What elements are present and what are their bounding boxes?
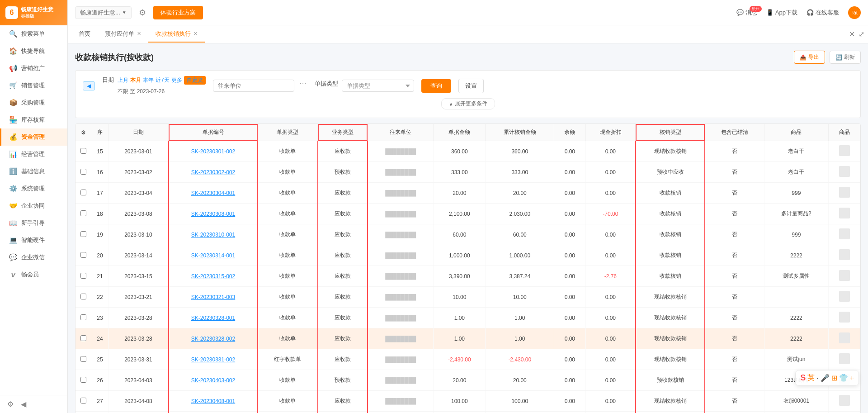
cell-bill-no[interactable]: SK-20230418-001 xyxy=(169,412,257,413)
bill-no-link[interactable]: SK-20230314-001 xyxy=(191,252,235,259)
sidebar-item-shortcut[interactable]: 🏠 快捷导航 xyxy=(0,43,67,60)
product-thumbnail xyxy=(839,312,850,323)
tab-prepay-label: 预付应付单 xyxy=(105,30,134,38)
cell-bill-no[interactable]: SK-20230310-001 xyxy=(169,224,257,245)
sidebar-item-basic[interactable]: ℹ️ 基础信息 xyxy=(0,163,67,180)
tab-verify[interactable]: 收款核销执行 ✕ xyxy=(148,26,205,43)
cell-partner: ████████ xyxy=(368,287,434,308)
cell-bill-no[interactable]: SK-20230408-001 xyxy=(169,391,257,412)
cell-bill-no[interactable]: SK-20230331-002 xyxy=(169,349,257,370)
collapse-sidebar-icon[interactable]: ◀ xyxy=(21,400,26,408)
cell-bill-no[interactable]: SK-20230308-001 xyxy=(169,204,257,224)
expand-window-icon[interactable]: ⤢ xyxy=(859,30,864,38)
cell-include-settled: 否 xyxy=(705,245,764,266)
cell-bill-no[interactable]: SK-20230301-002 xyxy=(169,141,257,162)
bill-no-link[interactable]: SK-20230304-001 xyxy=(191,190,235,196)
bill-no-link[interactable]: SK-20230403-002 xyxy=(191,377,235,384)
row-checkbox[interactable] xyxy=(80,190,86,195)
bill-no-link[interactable]: SK-20230302-002 xyxy=(191,169,235,176)
bill-no-link[interactable]: SK-20230310-001 xyxy=(191,232,235,238)
bill-no-link[interactable]: SK-20230315-002 xyxy=(191,273,235,280)
cell-bill-amount: 360.00 xyxy=(434,141,486,162)
date-last-month[interactable]: 上月 xyxy=(118,76,128,84)
cell-bill-no[interactable]: SK-20230314-001 xyxy=(169,245,257,266)
row-checkbox[interactable] xyxy=(80,169,86,175)
close-all-tabs-icon[interactable]: ✕ xyxy=(849,30,855,38)
cell-verify-type: 现结收款核销 xyxy=(636,391,705,412)
bill-no-link[interactable]: SK-20230328-001 xyxy=(191,315,235,321)
sidebar-item-guide[interactable]: 📖 新手引导 xyxy=(0,214,67,232)
bill-type-label: 单据类型 xyxy=(315,80,338,88)
sidebar-item-operation[interactable]: 📊 经营管理 xyxy=(0,146,67,163)
sidebar-item-purchase[interactable]: 📦 采购管理 xyxy=(0,94,67,111)
setting-button[interactable]: 设置 xyxy=(458,79,484,93)
row-checkbox[interactable] xyxy=(80,210,86,216)
cell-bill-no[interactable]: SK-20230328-002 xyxy=(169,328,257,349)
money-icon: 💰 xyxy=(9,133,18,141)
sidebar-item-finance[interactable]: 💰 资金管理 xyxy=(0,128,67,146)
refresh-button[interactable]: 🔄 刷新 xyxy=(830,51,861,64)
bill-no-link[interactable]: SK-20230321-003 xyxy=(191,294,235,300)
online-service-button[interactable]: 🎧 在线客服 xyxy=(807,9,839,17)
sidebar-item-hardware[interactable]: 💻 智能硬件 xyxy=(0,232,67,249)
partner-input[interactable] xyxy=(213,80,294,92)
row-checkbox[interactable] xyxy=(80,252,86,258)
column-settings-icon[interactable]: ⚙ xyxy=(81,129,86,136)
query-button[interactable]: 查询 xyxy=(421,79,451,93)
date-this-year[interactable]: 本年 xyxy=(143,76,154,84)
date-this-month[interactable]: 本月 xyxy=(130,76,141,84)
date-7days[interactable]: 近7天 xyxy=(156,76,170,84)
sidebar-item-system[interactable]: ⚙️ 系统管理 xyxy=(0,180,67,197)
workspace-dropdown[interactable]: 畅康道好生意... ▼ xyxy=(75,6,132,19)
expand-conditions-button[interactable]: ∨ 展开更多条件 xyxy=(441,98,495,109)
cell-bill-no[interactable]: SK-20230328-001 xyxy=(169,308,257,328)
sidebar-item-member[interactable]: V 畅会员 xyxy=(0,266,67,283)
sidebar-item-sales[interactable]: 🛒 销售管理 xyxy=(0,77,67,94)
solution-button[interactable]: 体验行业方案 xyxy=(153,6,203,19)
tab-prepay[interactable]: 预付应付单 ✕ xyxy=(98,26,148,43)
cell-bill-no[interactable]: SK-20230304-001 xyxy=(169,183,257,204)
filter-collapse-button[interactable]: ◀ xyxy=(83,81,95,90)
date-more[interactable]: 更多 xyxy=(171,76,182,84)
cell-partner: ████████ xyxy=(368,141,434,162)
cell-bill-no[interactable]: SK-20230321-003 xyxy=(169,287,257,308)
cell-bill-no[interactable]: SK-20230403-002 xyxy=(169,370,257,391)
row-checkbox[interactable] xyxy=(80,377,86,383)
bill-no-link[interactable]: SK-20230301-002 xyxy=(191,148,235,155)
cell-bill-no[interactable]: SK-20230302-002 xyxy=(169,162,257,183)
row-checkbox[interactable] xyxy=(80,273,86,279)
cell-cash-discount: 0.00 xyxy=(585,162,636,183)
bill-no-link[interactable]: SK-20230331-002 xyxy=(191,356,235,363)
row-checkbox[interactable] xyxy=(80,335,86,341)
row-checkbox[interactable] xyxy=(80,148,86,154)
bill-no-link[interactable]: SK-20230408-001 xyxy=(191,398,235,404)
message-button[interactable]: 💬 消息 99+ xyxy=(736,9,757,17)
bill-type-select[interactable]: 单据类型 xyxy=(342,80,414,92)
sidebar-item-inventory[interactable]: 🏪 库存核算 xyxy=(0,111,67,128)
sidebar-item-marketing[interactable]: 📢 营销推广 xyxy=(0,60,67,77)
tab-prepay-close-icon[interactable]: ✕ xyxy=(137,31,141,37)
app-download-button[interactable]: 📱 App下载 xyxy=(766,9,797,17)
tab-home[interactable]: 首页 xyxy=(71,26,98,43)
export-button[interactable]: 📤 导出 xyxy=(794,51,825,64)
row-checkbox[interactable] xyxy=(80,314,86,320)
row-checkbox[interactable] xyxy=(80,398,86,404)
row-checkbox[interactable] xyxy=(80,356,86,362)
cell-bill-no[interactable]: SK-20230315-002 xyxy=(169,266,257,287)
date-custom-button[interactable]: 自定义 xyxy=(184,76,206,85)
bill-no-link[interactable]: SK-20230328-002 xyxy=(191,336,235,342)
tab-verify-close-icon[interactable]: ✕ xyxy=(193,31,198,37)
sidebar-item-search[interactable]: 🔍 搜索菜单 xyxy=(0,25,67,43)
bill-no-link[interactable]: SK-20230308-001 xyxy=(191,211,235,217)
row-checkbox[interactable] xyxy=(80,231,86,237)
settings-gear-icon[interactable]: ⚙ xyxy=(139,8,146,18)
cell-partner: ████████ xyxy=(368,412,434,413)
sidebar-item-collab[interactable]: 🤝 企业协同 xyxy=(0,197,67,214)
cell-product: 2222 xyxy=(764,308,828,328)
user-avatar[interactable]: Rit xyxy=(848,6,861,19)
th-settings[interactable]: ⚙ xyxy=(75,124,92,141)
cell-balance: 0.00 xyxy=(554,183,585,204)
sidebar-item-wechat[interactable]: 💬 企业微信 xyxy=(0,249,67,266)
row-checkbox[interactable] xyxy=(80,294,86,299)
settings-icon[interactable]: ⚙ xyxy=(7,400,14,408)
